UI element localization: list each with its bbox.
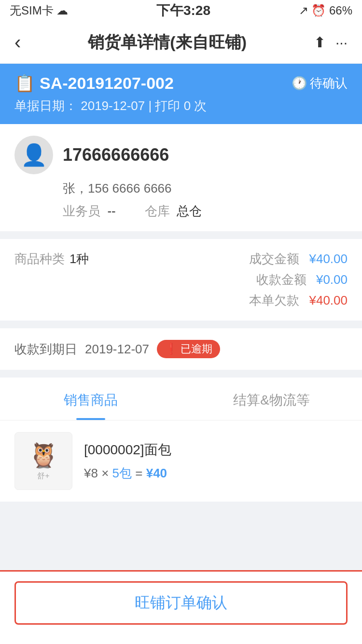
nav-bar: ‹ 销货单详情(来自旺铺) ⬆ ··· xyxy=(0,21,362,64)
balance-amount-row: 本单欠款 ¥40.00 xyxy=(249,292,348,309)
transaction-label: 成交金额 xyxy=(249,251,299,267)
product-item: 🦉 舒+ [0000002]面包 ¥8 × 5包 = ¥40 xyxy=(0,420,362,502)
bottom-bar: 旺铺订单确认 xyxy=(0,570,362,644)
overdue-label: 已逾期 xyxy=(181,342,212,356)
nav-left: ‹ xyxy=(14,31,21,53)
sales-label: 业务员 xyxy=(63,204,100,218)
due-date-section: 收款到期日 2019-12-07 ❗ 已逾期 xyxy=(0,328,362,370)
battery-status: ↗ ⏰ 66% xyxy=(299,4,352,17)
product-total: ¥40 xyxy=(146,466,167,480)
received-amount-row: 收款金额 ¥0.00 xyxy=(256,271,348,288)
overdue-badge: ❗ 已逾期 xyxy=(157,340,220,358)
back-button[interactable]: ‹ xyxy=(14,31,21,53)
status-left: 无SIM卡 ☁ xyxy=(10,3,68,18)
tabs-row: 销售商品 结算&物流等 xyxy=(0,378,362,420)
product-thumb-text: 舒+ xyxy=(28,471,58,481)
product-name: [0000002]面包 xyxy=(84,441,348,459)
confirm-button[interactable]: 旺铺订单确认 xyxy=(14,581,348,625)
nav-right: ⬆ ··· xyxy=(314,34,348,51)
summary-right: 成交金额 ¥40.00 收款金额 ¥0.00 本单欠款 ¥40.00 xyxy=(249,251,348,309)
summary-left: 商品种类 1种 xyxy=(14,251,249,267)
product-qty: 5包 xyxy=(112,466,132,480)
product-type-value: 1种 xyxy=(70,251,89,267)
product-type-label: 商品种类 xyxy=(14,251,65,267)
summary-section: 商品种类 1种 成交金额 ¥40.00 收款金额 ¥0.00 本单欠款 ¥40.… xyxy=(0,239,362,321)
warehouse-label: 仓库 xyxy=(145,204,170,218)
product-thumb-icon: 🦉 xyxy=(28,441,58,469)
overdue-icon: ❗ xyxy=(165,343,178,355)
order-id: 📋 SA-20191207-002 xyxy=(14,73,174,93)
due-date-value: 2019-12-07 xyxy=(85,342,149,357)
sales-value: -- xyxy=(107,204,115,218)
product-thumbnail: 🦉 舒+ xyxy=(14,432,72,490)
clock-icon: 🕐 xyxy=(292,76,307,91)
avatar-icon: 👤 xyxy=(21,142,47,168)
share-icon[interactable]: ⬆ xyxy=(314,34,326,51)
customer-name: 张，156 6666 6666 xyxy=(63,180,348,197)
balance-amount: ¥40.00 xyxy=(309,293,348,308)
tab-settlement[interactable]: 结算&物流等 xyxy=(181,378,362,420)
due-date-label: 收款到期日 xyxy=(14,341,77,358)
order-id-icon: 📋 xyxy=(14,73,35,93)
sim-status: 无SIM卡 ☁ xyxy=(10,3,68,18)
status-bar: 无SIM卡 ☁ 下午3:28 ↗ ⏰ 66% xyxy=(0,0,362,21)
customer-section: 👤 17666666666 张，156 6666 6666 业务员 -- 仓库 … xyxy=(0,124,362,231)
tab-sales-products[interactable]: 销售商品 xyxy=(0,378,181,420)
transaction-amount-row: 成交金额 ¥40.00 xyxy=(249,251,348,267)
tabs-section: 销售商品 结算&物流等 🦉 舒+ [0000002]面包 ¥8 × 5包 = ¥… xyxy=(0,378,362,502)
customer-meta: 业务员 -- 仓库 总仓 xyxy=(63,203,348,220)
status-right: ↗ ⏰ 66% xyxy=(299,4,352,17)
status-time: 下午3:28 xyxy=(156,1,210,20)
received-label: 收款金额 xyxy=(256,271,306,288)
page-title: 销货单详情(来自旺铺) xyxy=(88,31,247,54)
product-price: ¥8 × 5包 = ¥40 xyxy=(84,465,348,482)
received-amount: ¥0.00 xyxy=(316,272,348,287)
customer-phone: 17666666666 xyxy=(63,145,169,165)
transaction-amount: ¥40.00 xyxy=(309,252,348,266)
balance-label: 本单欠款 xyxy=(249,292,299,309)
product-info: [0000002]面包 ¥8 × 5包 = ¥40 xyxy=(84,441,348,482)
more-icon[interactable]: ··· xyxy=(335,34,348,51)
order-header: 📋 SA-20191207-002 🕐 待确认 单据日期： 2019-12-07… xyxy=(0,64,362,124)
order-date-row: 单据日期： 2019-12-07 | 打印 0 次 xyxy=(14,98,348,114)
order-status: 🕐 待确认 xyxy=(292,75,348,92)
avatar: 👤 xyxy=(14,136,53,174)
warehouse-value: 总仓 xyxy=(177,204,202,218)
